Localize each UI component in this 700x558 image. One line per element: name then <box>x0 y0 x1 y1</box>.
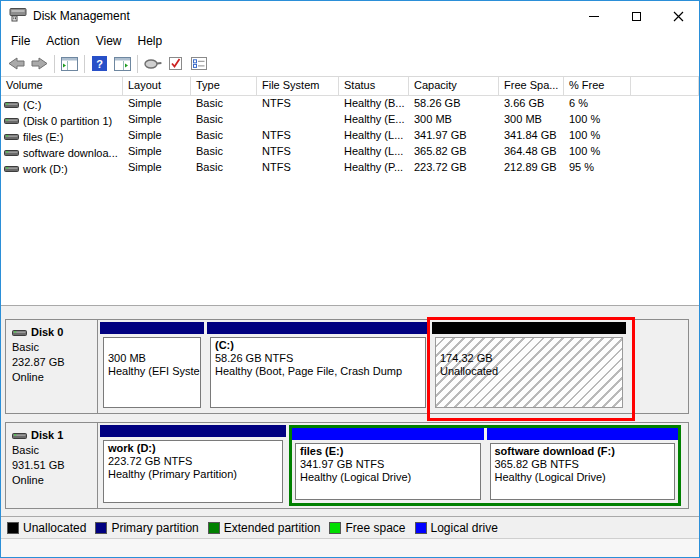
menu-bar: File Action View Help <box>1 31 699 51</box>
cell-layout: Simple <box>123 96 191 112</box>
col-layout[interactable]: Layout <box>123 77 191 95</box>
legend-logical-drive: Logical drive <box>415 521 498 535</box>
disk1-strip-filler <box>684 425 686 506</box>
partition-status: Healthy (Logical Drive) <box>300 471 476 484</box>
volume-row-files-e[interactable]: files (E:) Simple Basic NTFS Healthy (L.… <box>1 128 699 144</box>
cell-layout: Simple <box>123 160 191 176</box>
partition-title: (C:) <box>215 339 421 352</box>
disk0-strip-filler <box>629 322 686 411</box>
disk-kind: Basic <box>12 443 93 458</box>
toolbar-separator <box>137 55 138 73</box>
volume-list: Volume Layout Type File System Status Ca… <box>1 77 699 305</box>
properties-button[interactable] <box>187 53 210 75</box>
legend-free-space: Free space <box>329 521 405 535</box>
cell-status: Healthy (E... <box>339 112 409 128</box>
help-button[interactable]: ? <box>88 53 111 75</box>
col-free-space[interactable]: Free Spa... <box>499 77 564 95</box>
app-icon <box>9 7 27 25</box>
help-icon: ? <box>92 56 107 71</box>
legend-bar: Unallocated Primary partition Extended p… <box>1 516 699 538</box>
disk1-strip: work (D:) 223.72 GB NTFS Healthy (Primar… <box>98 422 689 509</box>
volume-row-work-d[interactable]: work (D:) Simple Basic NTFS Healthy (P..… <box>1 160 699 176</box>
cell-type: Basic <box>191 128 257 144</box>
partition-title <box>108 339 196 352</box>
partition-status: Unallocated <box>440 365 618 378</box>
partition-title: work (D:) <box>108 442 278 455</box>
disk0-strip: 300 MB Healthy (EFI Syste (C:) 58.26 GB … <box>98 319 689 414</box>
maximize-button[interactable] <box>615 1 657 31</box>
col-status[interactable]: Status <box>339 77 409 95</box>
col-filler <box>631 77 699 95</box>
legend-extended-partition: Extended partition <box>208 521 321 535</box>
col-volume[interactable]: Volume <box>1 77 123 95</box>
close-icon <box>673 11 684 22</box>
partition-software-download-f[interactable]: software download (F:) 365.82 GB NTFS He… <box>487 428 679 503</box>
disk-size: 232.87 GB <box>12 355 93 370</box>
partition-files-e[interactable]: files (E:) 341.97 GB NTFS Healthy (Logic… <box>292 428 484 503</box>
cell-type: Basic <box>191 144 257 160</box>
partition-title <box>440 339 618 352</box>
magnifier-icon <box>144 58 162 70</box>
volume-icon <box>4 148 19 158</box>
partition-size: 223.72 GB NTFS <box>108 455 278 468</box>
col-capacity[interactable]: Capacity <box>409 77 499 95</box>
partition-c[interactable]: (C:) 58.26 GB NTFS Healthy (Boot, Page F… <box>207 322 429 411</box>
properties-icon <box>191 57 207 70</box>
volume-row-software-download[interactable]: software downloa... Simple Basic NTFS He… <box>1 144 699 160</box>
forward-button[interactable] <box>28 53 51 75</box>
legend-label: Unallocated <box>23 521 86 535</box>
col-file-system[interactable]: File System <box>257 77 339 95</box>
menu-help[interactable]: Help <box>130 32 171 50</box>
logical-drive-bar <box>487 428 679 440</box>
volume-name: software downloa... <box>23 147 118 159</box>
logical-drive-bar <box>292 428 484 440</box>
disk1-header[interactable]: Disk 1 Basic 931.51 GB Online <box>5 422 98 509</box>
list-empty-area <box>1 176 699 305</box>
cell-fs: NTFS <box>257 96 339 112</box>
minimize-button[interactable] <box>573 1 615 31</box>
partition-status: Healthy (Logical Drive) <box>495 471 671 484</box>
cell-fs: NTFS <box>257 144 339 160</box>
cell-free: 300 MB <box>499 112 564 128</box>
status-bar <box>1 538 699 557</box>
close-button[interactable] <box>657 1 699 31</box>
volume-icon <box>4 116 19 126</box>
unallocated-bar <box>432 322 626 334</box>
disk0-row: Disk 0 Basic 232.87 GB Online 300 MB Hea… <box>5 319 689 414</box>
logical-drive-swatch <box>415 522 427 534</box>
primary-partition-swatch <box>95 522 107 534</box>
menu-file[interactable]: File <box>3 32 38 50</box>
partition-work-d[interactable]: work (D:) 223.72 GB NTFS Healthy (Primar… <box>100 425 286 506</box>
col-pct-free[interactable]: % Free <box>564 77 631 95</box>
menu-view[interactable]: View <box>88 32 130 50</box>
volume-row-c[interactable]: (C:) Simple Basic NTFS Healthy (B... 58.… <box>1 96 699 112</box>
legend-unallocated: Unallocated <box>7 521 86 535</box>
popup-tool-button[interactable] <box>141 53 164 75</box>
primary-partition-bar <box>100 425 286 437</box>
check-disk-button[interactable] <box>164 53 187 75</box>
cell-layout: Simple <box>123 144 191 160</box>
menu-action[interactable]: Action <box>38 32 87 50</box>
col-type[interactable]: Type <box>191 77 257 95</box>
volume-name: work (D:) <box>23 163 68 175</box>
volume-row-disk0-partition1[interactable]: (Disk 0 partition 1) Simple Basic Health… <box>1 112 699 128</box>
cell-pct: 95 % <box>564 160 631 176</box>
partition-status: Healthy (Primary Partition) <box>108 468 278 481</box>
toolbar: ? <box>1 51 699 77</box>
legend-label: Logical drive <box>431 521 498 535</box>
minimize-icon <box>589 16 599 17</box>
action-pane-button[interactable] <box>111 53 134 75</box>
cell-layout: Simple <box>123 112 191 128</box>
disk0-header[interactable]: Disk 0 Basic 232.87 GB Online <box>5 319 98 414</box>
volume-name: files (E:) <box>23 131 63 143</box>
partition-size: 365.82 GB NTFS <box>495 458 671 471</box>
cell-free: 3.66 GB <box>499 96 564 112</box>
cell-capacity: 58.26 GB <box>409 96 499 112</box>
partition-efi[interactable]: 300 MB Healthy (EFI Syste <box>100 322 204 411</box>
cell-free: 341.84 GB <box>499 128 564 144</box>
back-button[interactable] <box>5 53 28 75</box>
partition-unallocated[interactable]: 174.32 GB Unallocated <box>432 322 626 411</box>
legend-label: Extended partition <box>224 521 321 535</box>
unallocated-swatch <box>7 522 19 534</box>
console-tree-button[interactable] <box>58 53 81 75</box>
